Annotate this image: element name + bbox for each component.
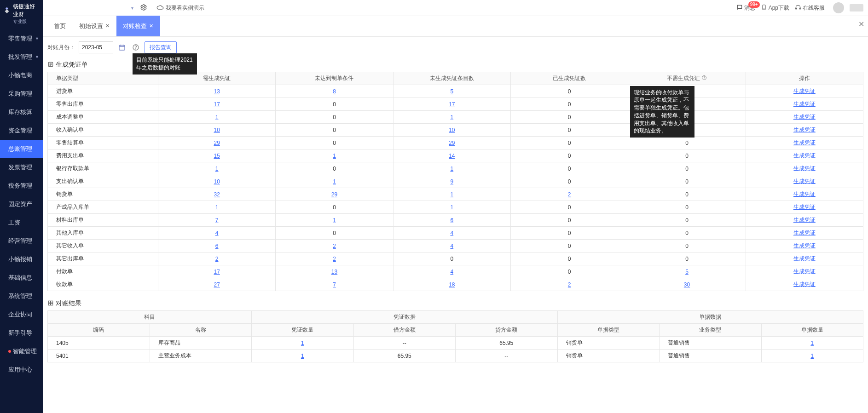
value-link[interactable]: 15 bbox=[214, 153, 220, 159]
value-link[interactable]: 2 bbox=[215, 256, 219, 262]
sidebar-item-1[interactable]: 批发管理▼ bbox=[0, 48, 43, 66]
value-link[interactable]: 17 bbox=[449, 101, 455, 108]
value-link[interactable]: 2 bbox=[568, 281, 571, 288]
sidebar-item-7[interactable]: 发票管理 bbox=[0, 158, 43, 177]
value-link[interactable]: 6 bbox=[215, 243, 219, 249]
generate-voucher-link[interactable]: 生成凭证 bbox=[793, 178, 816, 184]
value-link[interactable]: 1 bbox=[333, 153, 336, 159]
demo-link[interactable]: 我要看实例演示 bbox=[156, 4, 204, 12]
value-link[interactable]: 4 bbox=[450, 269, 453, 275]
value-link[interactable]: 13 bbox=[331, 269, 337, 275]
close-all-tabs-icon[interactable]: ✕ bbox=[858, 20, 864, 29]
generate-voucher-link[interactable]: 生成凭证 bbox=[793, 165, 816, 172]
value-link[interactable]: 1 bbox=[450, 114, 453, 120]
sidebar-item-17[interactable]: 智能管理 bbox=[0, 342, 43, 361]
value-link[interactable]: 1 bbox=[333, 217, 336, 224]
value-link[interactable]: 1 bbox=[301, 353, 304, 359]
value-link[interactable]: 1 bbox=[450, 166, 453, 172]
value-link[interactable]: 1 bbox=[333, 178, 336, 185]
sidebar-item-14[interactable]: 系统管理 bbox=[0, 287, 43, 305]
help-icon[interactable] bbox=[701, 75, 707, 82]
generate-voucher-link[interactable]: 生成凭证 bbox=[793, 217, 816, 223]
sidebar-item-12[interactable]: 小畅报销 bbox=[0, 250, 43, 269]
service-button[interactable]: 在线客服 bbox=[795, 4, 825, 12]
org-selector[interactable]: ▾ bbox=[47, 2, 137, 13]
value-link[interactable]: 29 bbox=[331, 191, 337, 198]
sidebar-item-10[interactable]: 工资 bbox=[0, 213, 43, 232]
generate-voucher-link[interactable]: 生成凭证 bbox=[793, 255, 816, 262]
messages-button[interactable]: 消息 99+ bbox=[736, 4, 755, 12]
user-name[interactable] bbox=[850, 4, 863, 11]
value-link[interactable]: 2 bbox=[333, 256, 336, 262]
generate-voucher-link[interactable]: 生成凭证 bbox=[793, 101, 816, 107]
generate-voucher-link[interactable]: 生成凭证 bbox=[793, 204, 816, 210]
sidebar-item-9[interactable]: 固定资产 bbox=[0, 195, 43, 213]
avatar[interactable] bbox=[833, 2, 844, 13]
sidebar-item-3[interactable]: 采购管理 bbox=[0, 85, 43, 103]
value-link[interactable]: 8 bbox=[333, 88, 336, 95]
value-link[interactable]: 1 bbox=[810, 353, 814, 359]
value-link[interactable]: 7 bbox=[215, 217, 219, 224]
sidebar-item-5[interactable]: 资金管理 bbox=[0, 121, 43, 140]
value-link[interactable]: 17 bbox=[214, 101, 220, 108]
value-link[interactable]: 27 bbox=[214, 281, 220, 288]
value-link[interactable]: 4 bbox=[450, 230, 453, 236]
month-input[interactable]: 2023-05 bbox=[79, 41, 113, 53]
sidebar-item-2[interactable]: 小畅电商 bbox=[0, 66, 43, 85]
value-link[interactable]: 5 bbox=[450, 88, 453, 95]
generate-voucher-link[interactable]: 生成凭证 bbox=[793, 114, 816, 120]
sidebar-item-16[interactable]: 新手引导 bbox=[0, 324, 43, 342]
value-link[interactable]: 2 bbox=[333, 243, 336, 249]
value-link[interactable]: 18 bbox=[449, 281, 455, 288]
generate-voucher-link[interactable]: 生成凭证 bbox=[793, 191, 816, 197]
calendar-icon[interactable] bbox=[117, 42, 127, 52]
value-link[interactable]: 29 bbox=[214, 140, 220, 146]
value-link[interactable]: 7 bbox=[333, 281, 336, 288]
value-link[interactable]: 4 bbox=[450, 243, 453, 249]
close-icon[interactable]: ✕ bbox=[149, 23, 153, 29]
close-icon[interactable]: ✕ bbox=[105, 23, 110, 29]
value-link[interactable]: 1 bbox=[450, 204, 453, 211]
generate-voucher-link[interactable]: 生成凭证 bbox=[793, 242, 816, 249]
value-link[interactable]: 1 bbox=[215, 204, 219, 211]
generate-voucher-link[interactable]: 生成凭证 bbox=[793, 281, 816, 287]
value-link[interactable]: 6 bbox=[450, 217, 453, 224]
sidebar-item-11[interactable]: 经营管理 bbox=[0, 232, 43, 250]
generate-voucher-link[interactable]: 生成凭证 bbox=[793, 229, 816, 236]
value-link[interactable]: 30 bbox=[684, 281, 690, 288]
value-link[interactable]: 10 bbox=[449, 127, 455, 133]
value-link[interactable]: 1 bbox=[215, 166, 219, 172]
value-link[interactable]: 14 bbox=[449, 153, 455, 159]
generate-voucher-link[interactable]: 生成凭证 bbox=[793, 88, 816, 94]
value-link[interactable]: 1 bbox=[215, 114, 219, 120]
sidebar-item-4[interactable]: 库存核算 bbox=[0, 103, 43, 121]
sidebar-item-8[interactable]: 税务管理 bbox=[0, 177, 43, 195]
sidebar-item-13[interactable]: 基础信息 bbox=[0, 269, 43, 287]
tab-1[interactable]: 初始设置✕ bbox=[73, 16, 116, 36]
generate-voucher-link[interactable]: 生成凭证 bbox=[793, 268, 816, 275]
value-link[interactable]: 13 bbox=[214, 88, 220, 95]
sidebar-item-18[interactable]: 应用中心 bbox=[0, 361, 43, 379]
tab-0[interactable]: 首页 bbox=[47, 16, 73, 36]
value-link[interactable]: 10 bbox=[214, 127, 220, 133]
value-link[interactable]: 32 bbox=[214, 191, 220, 198]
value-link[interactable]: 4 bbox=[215, 230, 219, 236]
app-download-button[interactable]: App下载 bbox=[761, 4, 789, 12]
value-link[interactable]: 29 bbox=[449, 140, 455, 146]
generate-voucher-link[interactable]: 生成凭证 bbox=[793, 126, 816, 133]
value-link[interactable]: 1 bbox=[450, 191, 453, 198]
value-link[interactable]: 2 bbox=[568, 191, 571, 198]
value-link[interactable]: 1 bbox=[301, 340, 304, 346]
sidebar-item-6[interactable]: 总账管理 bbox=[0, 140, 43, 158]
value-link[interactable]: 1 bbox=[810, 340, 814, 346]
value-link[interactable]: 9 bbox=[450, 178, 453, 185]
report-query-button[interactable]: 报告查询 bbox=[145, 41, 177, 53]
value-link[interactable]: 10 bbox=[214, 178, 220, 185]
gear-icon[interactable] bbox=[140, 4, 147, 12]
sidebar-item-0[interactable]: 零售管理▼ bbox=[0, 29, 43, 48]
value-link[interactable]: 5 bbox=[685, 269, 689, 275]
generate-voucher-link[interactable]: 生成凭证 bbox=[793, 152, 816, 159]
tab-2[interactable]: 对账检查✕ bbox=[116, 16, 160, 36]
value-link[interactable]: 17 bbox=[214, 269, 220, 275]
generate-voucher-link[interactable]: 生成凭证 bbox=[793, 139, 816, 146]
